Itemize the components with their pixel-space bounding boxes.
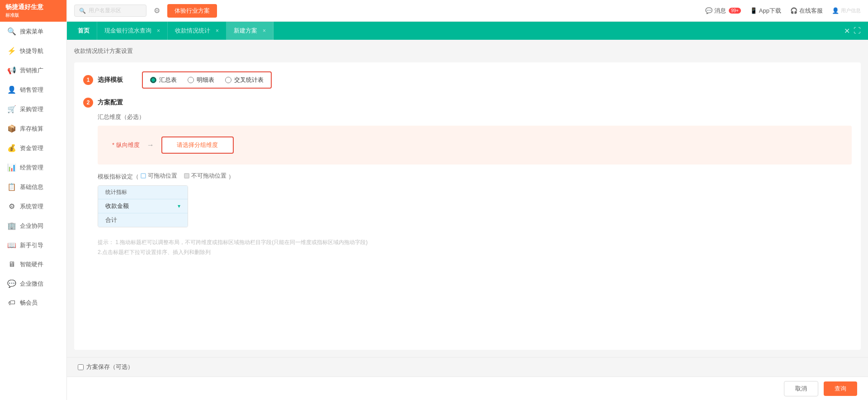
- tab-cashflow-close[interactable]: ×: [157, 28, 160, 34]
- sidebar-item-system[interactable]: ⚙ 系统管理: [0, 197, 66, 216]
- radio-summary[interactable]: [150, 77, 156, 83]
- template-cross-label: 交叉统计表: [234, 76, 264, 84]
- sidebar-item-guide[interactable]: 📖 新手引导: [0, 235, 66, 255]
- metrics-label-row: 模板指标设定（ 可拖动位置 不可拖动位置 ）: [98, 172, 852, 181]
- tip-line1: 提示： 1.拖动标题栏可以调整布局，不可跨维度或指标区域拖动栏目字段(只能在同一…: [98, 238, 852, 248]
- tab-newplan[interactable]: 新建方案 ×: [226, 22, 274, 40]
- tab-home-label: 首页: [78, 27, 90, 35]
- tab-bar-actions: ✕ ⛶: [844, 22, 864, 40]
- sidebar-item-label: 企业协同: [20, 222, 43, 230]
- chart-icon: 📊: [7, 163, 16, 172]
- dimension-area: 纵向维度 → 请选择分组维度: [98, 126, 852, 165]
- download-button[interactable]: 📱 App下载: [750, 7, 781, 15]
- sidebar-item-inventory[interactable]: 📦 库存核算: [0, 119, 66, 138]
- sidebar-item-basicinfo[interactable]: 📋 基础信息: [0, 177, 66, 197]
- query-button[interactable]: 查询: [824, 381, 857, 396]
- legend-fixed-label: 不可拖动位置: [191, 172, 226, 180]
- tag-icon: 🏷: [7, 299, 16, 307]
- sidebar-item-enterprise[interactable]: 🏢 企业协同: [0, 216, 66, 235]
- metrics-label-text: 模板指标设定（: [98, 173, 139, 180]
- search-icon: 🔍: [7, 27, 16, 36]
- tab-receipts[interactable]: 收款情况统计 ×: [168, 22, 226, 40]
- sidebar-item-marketing[interactable]: 📢 营销推广: [0, 61, 66, 80]
- template-option-summary[interactable]: 汇总表: [150, 76, 177, 84]
- sidebar-item-member[interactable]: 🏷 畅会员: [0, 293, 66, 312]
- headset-icon: 🎧: [790, 7, 797, 14]
- metrics-dropdown-icon[interactable]: ▾: [178, 203, 180, 209]
- sidebar-item-quicknav[interactable]: ⚡ 快捷导航: [0, 41, 66, 61]
- message-icon: 💬: [705, 7, 712, 14]
- dimension-section-label: 汇总维度（必选）: [98, 113, 852, 121]
- save-plan-checkbox-label[interactable]: 方案保存（可选）: [78, 363, 133, 371]
- sidebar-item-label: 畅会员: [20, 299, 38, 307]
- tab-cashflow[interactable]: 现金银行流水查询 ×: [97, 22, 168, 40]
- book-icon: 📖: [7, 241, 16, 249]
- sidebar-item-label: 搜索菜单: [20, 28, 43, 36]
- legend-movable-label: 可拖动位置: [148, 172, 177, 180]
- user-avatar[interactable]: 👤 用户信息: [832, 7, 861, 14]
- search-placeholder-text: 用户名显示区: [89, 7, 121, 14]
- sidebar-item-purchase[interactable]: 🛒 采购管理: [0, 99, 66, 119]
- tab-receipts-close[interactable]: ×: [216, 28, 219, 34]
- settings-icon: ⚙: [7, 202, 16, 211]
- gear-icon[interactable]: ⚙: [154, 6, 160, 15]
- phone-icon: 📱: [750, 7, 757, 14]
- close-window-icon[interactable]: ✕: [844, 27, 850, 35]
- template-option-cross[interactable]: 交叉统计表: [225, 76, 264, 84]
- sidebar-item-search[interactable]: 🔍 搜索菜单: [0, 22, 66, 41]
- industry-button[interactable]: 体验行业方案: [167, 4, 217, 18]
- logo-sub: 标准版: [5, 12, 43, 19]
- sidebar-item-label: 系统管理: [20, 202, 43, 211]
- tab-home[interactable]: 首页: [71, 22, 97, 40]
- action-bar: 取消 查询: [67, 376, 868, 400]
- tab-newplan-label: 新建方案: [234, 27, 257, 35]
- messages-label: 消息: [714, 7, 726, 15]
- flash-icon: ⚡: [7, 47, 16, 55]
- tip-line2: 2.点击标题栏下拉可设置排序、插入列和删除列: [98, 248, 852, 258]
- sidebar-item-finance[interactable]: 💰 资金管理: [0, 138, 66, 158]
- sidebar-item-label: 快捷导航: [20, 47, 43, 55]
- metrics-row-amount[interactable]: 收款金额 ▾: [98, 199, 188, 213]
- search-mini-icon: 🔍: [79, 8, 86, 14]
- metrics-amount-label: 收款金额: [105, 202, 174, 210]
- user-icon: 👤: [832, 7, 839, 14]
- header-search-box[interactable]: 🔍 用户名显示区: [74, 5, 146, 17]
- sidebar-item-label: 智能硬件: [20, 260, 43, 268]
- building-icon: 🏢: [7, 221, 16, 230]
- step1-header: 1 选择模板 汇总表 明细表: [83, 71, 852, 89]
- sidebar-item-management[interactable]: 📊 经营管理: [0, 158, 66, 177]
- sidebar-item-hardware[interactable]: 🖥 智能硬件: [0, 255, 66, 274]
- list-icon: 📋: [7, 183, 16, 191]
- metrics-header: 统计指标: [98, 186, 188, 199]
- sidebar-item-label: 企业微信: [20, 280, 43, 288]
- template-option-detail[interactable]: 明细表: [188, 76, 214, 84]
- sidebar-item-wechat[interactable]: 💬 企业微信: [0, 274, 66, 293]
- radio-cross[interactable]: [225, 77, 231, 83]
- radio-detail[interactable]: [188, 77, 194, 83]
- messages-button[interactable]: 💬 消息 99+: [705, 7, 741, 15]
- cancel-button[interactable]: 取消: [784, 381, 818, 396]
- tab-newplan-close[interactable]: ×: [263, 28, 266, 34]
- page-title: 收款情况统计方案设置: [74, 47, 861, 55]
- expand-icon[interactable]: ⛶: [854, 27, 861, 35]
- header-right: 💬 消息 99+ 📱 App下载 🎧 在线客服 👤 用户信息: [705, 7, 861, 15]
- sidebar-item-label: 采购管理: [20, 105, 43, 113]
- dimension-row: 纵向维度 → 请选择分组维度: [112, 136, 837, 154]
- sidebar-item-label: 库存核算: [20, 125, 43, 133]
- top-header: 🔍 用户名显示区 ⚙ 体验行业方案 💬 消息 99+ 📱 App下载 🎧 在线客…: [67, 0, 868, 22]
- dimension-placeholder[interactable]: 请选择分组维度: [161, 136, 234, 154]
- tips-area: 提示： 1.拖动标题栏可以调整布局，不可跨维度或指标区域拖动栏目字段(只能在同一…: [98, 238, 852, 257]
- save-plan-checkbox[interactable]: [78, 364, 84, 370]
- user-label: 用户信息: [841, 7, 861, 14]
- metrics-section: 模板指标设定（ 可拖动位置 不可拖动位置 ）: [98, 172, 852, 229]
- tab-receipts-label: 收款情况统计: [175, 27, 210, 35]
- service-button[interactable]: 🎧 在线客服: [790, 7, 823, 15]
- sidebar-item-sales[interactable]: 👤 销售管理: [0, 80, 66, 99]
- metrics-label-end: ）: [228, 173, 234, 180]
- main-card: 1 选择模板 汇总表 明细表: [74, 62, 861, 350]
- service-label: 在线客服: [799, 7, 823, 15]
- person-icon: 👤: [7, 85, 16, 94]
- cart-icon: 🛒: [7, 105, 16, 113]
- megaphone-icon: 📢: [7, 66, 16, 75]
- monitor-icon: 🖥: [7, 260, 16, 268]
